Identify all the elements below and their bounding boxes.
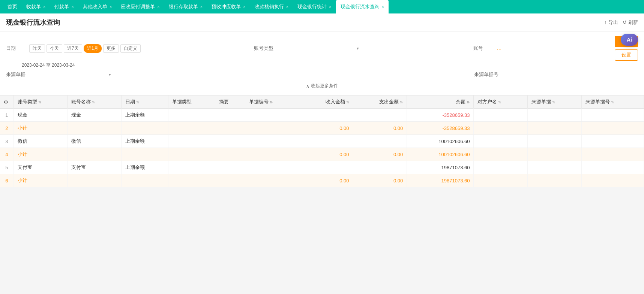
sort-icon-account-type[interactable]: ⇅	[38, 100, 41, 104]
nav-prepay[interactable]: 预收冲应收单 ×	[207, 0, 250, 13]
cell-account-type: 小计	[14, 148, 68, 161]
sort-icon-balance[interactable]: ⇅	[467, 100, 470, 104]
nav-prepay-close[interactable]: ×	[243, 0, 245, 13]
sort-icon-source-doc-no[interactable]: ⇅	[611, 100, 614, 104]
nav-fukuan[interactable]: 付款单 ×	[50, 0, 78, 13]
export-icon: ↑	[605, 19, 607, 25]
col-income: 收入金额⇅	[299, 96, 353, 109]
filter-row-2: 来源单据 来源单据号	[6, 71, 638, 78]
sort-icon-account-name[interactable]: ⇅	[92, 100, 95, 104]
cell-date	[121, 122, 168, 135]
source-doc-label: 来源单据	[6, 71, 26, 78]
account-label: 账号	[473, 45, 492, 52]
cell-expense: 0.00	[353, 122, 407, 135]
nav-adjust-label: 应收应付调整单	[121, 0, 155, 13]
cell-counterparty	[474, 122, 528, 135]
page-title: 现金银行流水查询	[6, 18, 60, 27]
cell-expense	[353, 135, 407, 148]
date-btn-today[interactable]: 今天	[47, 44, 62, 53]
nav-cashflow[interactable]: 现金银行流水查询 ×	[336, 0, 389, 13]
nav-stats-close[interactable]: ×	[329, 0, 331, 13]
collapse-bar[interactable]: ∧ 收起更多条件	[6, 81, 638, 91]
table-row: 1现金现金上期余额-3528659.33	[0, 109, 644, 122]
cell-doc-no	[245, 174, 299, 187]
col-source-doc: 来源单据⇅	[528, 96, 582, 109]
sort-icon-income[interactable]: ⇅	[346, 100, 349, 104]
nav-adjust-close[interactable]: ×	[157, 0, 159, 13]
cell-income	[299, 161, 353, 174]
date-btn-week[interactable]: 近7天	[64, 44, 82, 53]
nav-home[interactable]: 首页	[3, 0, 22, 13]
nav-collection-close[interactable]: ×	[286, 0, 288, 13]
account-dots[interactable]: ...	[497, 45, 501, 52]
nav-fukuan-close[interactable]: ×	[71, 0, 74, 13]
nav-stats[interactable]: 现金银行统计 ×	[293, 0, 336, 13]
row-number: 2	[0, 122, 14, 135]
col-summary: 摘要	[215, 96, 245, 109]
cell-doc-no	[245, 122, 299, 135]
nav-bank-deposit-close[interactable]: ×	[200, 0, 203, 13]
cell-source-doc-no	[581, 148, 644, 161]
export-button[interactable]: ↑ 导出	[605, 19, 618, 26]
sort-icon-date[interactable]: ⇅	[136, 100, 139, 104]
nav-other-income-close[interactable]: ×	[110, 0, 112, 13]
row-number: 5	[0, 161, 14, 174]
cell-account-name: 支付宝	[68, 161, 122, 174]
sort-icon-counterparty[interactable]: ⇅	[498, 100, 501, 104]
cell-income	[299, 135, 353, 148]
cell-expense	[353, 109, 407, 122]
row-number: 1	[0, 109, 14, 122]
cell-income: 0.00	[299, 122, 353, 135]
cell-account-name	[68, 174, 122, 187]
account-type-select[interactable]	[278, 45, 353, 52]
nav-collection[interactable]: 收款核销执行 ×	[250, 0, 293, 13]
cell-date: 上期余额	[121, 135, 168, 148]
row-number: 3	[0, 135, 14, 148]
sort-icon-doc-no[interactable]: ⇅	[270, 100, 273, 104]
nav-adjust[interactable]: 应收应付调整单 ×	[116, 0, 164, 13]
cell-source-doc-no	[581, 109, 644, 122]
col-settings[interactable]: ⚙	[0, 96, 14, 109]
nav-other-income[interactable]: 其他收入单 ×	[78, 0, 116, 13]
date-btn-yesterday[interactable]: 昨天	[29, 44, 45, 53]
cell-summary	[215, 135, 245, 148]
date-btn-month[interactable]: 近1月	[84, 44, 102, 53]
settings-button[interactable]: 设置	[615, 49, 638, 61]
col-doc-type: 单据类型	[168, 96, 215, 109]
col-settings-icon: ⚙	[4, 99, 8, 105]
source-doc-select[interactable]	[30, 71, 105, 78]
cell-income	[299, 109, 353, 122]
date-range-display: 2023-02-24 至 2023-03-24	[22, 63, 75, 68]
nav-shoukuan-label: 收款单	[26, 0, 41, 13]
cell-source-doc-no	[581, 135, 644, 148]
cell-account-type: 小计	[14, 122, 68, 135]
nav-home-label: 首页	[8, 0, 17, 13]
date-btn-more[interactable]: 更多	[103, 44, 119, 53]
nav-other-income-label: 其他收入单	[83, 0, 107, 13]
row-number: 4	[0, 148, 14, 161]
date-btn-custom[interactable]: 自定义	[120, 44, 141, 53]
cell-summary	[215, 122, 245, 135]
cell-summary	[215, 148, 245, 161]
cell-account-name	[68, 148, 122, 161]
nav-bank-deposit[interactable]: 银行存取款单 ×	[164, 0, 207, 13]
cell-balance: 100102606.60	[407, 148, 474, 161]
cell-account-type: 小计	[14, 174, 68, 187]
cell-source-doc	[528, 109, 582, 122]
nav-cashflow-close[interactable]: ×	[382, 0, 384, 13]
nav-shoukuan-close[interactable]: ×	[43, 0, 45, 13]
cell-date: 上期余额	[121, 161, 168, 174]
nav-shoukuan[interactable]: 收款单 ×	[22, 0, 50, 13]
ai-badge[interactable]: Ai	[621, 34, 638, 46]
refresh-button[interactable]: ↺ 刷新	[623, 19, 638, 26]
table-body: 1现金现金上期余额-3528659.332小计0.000.00-3528659.…	[0, 109, 644, 187]
cell-summary	[215, 109, 245, 122]
cell-balance: 19871073.60	[407, 161, 474, 174]
cell-account-type: 现金	[14, 109, 68, 122]
sort-icon-source-doc[interactable]: ⇅	[552, 100, 555, 104]
sort-icon-expense[interactable]: ⇅	[400, 100, 403, 104]
cell-balance: 100102606.60	[407, 135, 474, 148]
col-source-doc-no: 来源单据号⇅	[581, 96, 644, 109]
nav-stats-label: 现金银行统计	[297, 0, 327, 13]
source-doc-no-input[interactable]	[503, 71, 638, 78]
